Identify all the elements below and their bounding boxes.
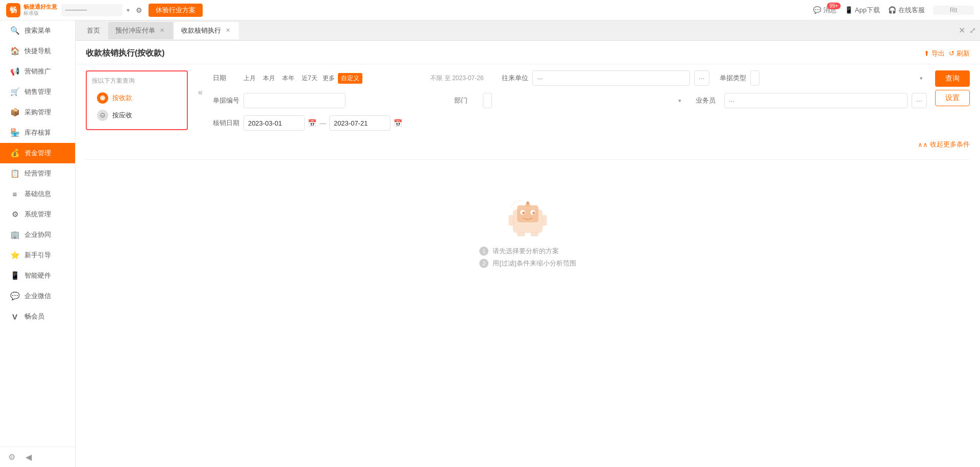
filter-option-by-receivable[interactable]: 按应收 — [92, 107, 182, 124]
verify-date-label: 核销日期 — [213, 118, 239, 128]
tab-close-prepay[interactable]: ✕ — [158, 27, 166, 34]
bill-no-input[interactable] — [243, 93, 346, 108]
refresh-btn[interactable]: ↺ 刷新 — [949, 49, 970, 58]
sidebar-collapse-btn[interactable]: « — [196, 86, 205, 99]
tab-bar-actions: ✕ ⤢ — [959, 26, 976, 35]
sidebar-item-business[interactable]: 📋 经营管理 — [0, 163, 75, 184]
last-month-btn[interactable]: 上月 — [241, 73, 258, 84]
settings-icon[interactable]: ⚙ — [136, 6, 142, 14]
headset-icon: 🎧 — [888, 6, 896, 14]
calendar-start-icon[interactable]: 📅 — [308, 119, 316, 127]
form-row-1: 日期 上月 本月 本年 近7天 更多 自定义 — [213, 70, 927, 86]
service-btn[interactable]: 🎧 在线客服 — [888, 6, 925, 15]
staff-ellipsis-btn[interactable]: ··· — [912, 93, 927, 108]
sidebar-item-member[interactable]: V 畅会员 — [0, 306, 75, 327]
sales-icon: 🛒 — [10, 87, 19, 96]
hint-item-1: 1 请先选择要分析的方案 — [479, 247, 576, 256]
empty-illustration — [502, 190, 553, 241]
this-month-btn[interactable]: 本月 — [261, 73, 277, 84]
industry-btn[interactable]: 休验行业方案 — [149, 4, 203, 17]
bill-type-field: 单据类型 — [720, 70, 927, 86]
this-year-btn[interactable]: 本年 — [280, 73, 297, 84]
purchase-icon: 📦 — [10, 108, 19, 117]
filter-area: 按以下方案查询 按收款 按应收 — [76, 64, 980, 159]
svg-point-9 — [527, 202, 529, 204]
filter-box-title: 按以下方案查询 — [92, 77, 182, 85]
sidebar-item-guide[interactable]: ⭐ 新手引导 — [0, 245, 75, 265]
export-btn[interactable]: ⬆ 导出 — [924, 49, 945, 58]
verify-date-end-input[interactable] — [329, 115, 390, 131]
counterparty-input[interactable] — [532, 70, 690, 86]
svg-rect-10 — [509, 215, 514, 226]
query-btn[interactable]: 查询 — [935, 70, 970, 87]
svg-point-6 — [522, 212, 525, 214]
bill-no-field: 单据编号 — [213, 93, 444, 108]
sidebar-bottom: ⚙ ◀ — [0, 447, 75, 467]
company-selector[interactable]: ━━━━━━ — [61, 4, 122, 16]
empty-state: 1 请先选择要分析的方案 2 用[过滤]条件来缩小分析范围 — [76, 160, 980, 299]
message-badge: 99+ — [827, 3, 841, 9]
sidebar-item-corp[interactable]: 🏢 企业协同 — [0, 225, 75, 245]
receivable-icon — [97, 110, 108, 121]
sidebar-item-finance[interactable]: 💰 资金管理 — [0, 143, 75, 163]
sidebar-item-inventory[interactable]: 🏪 库存核算 — [0, 122, 75, 143]
tab-prepay[interactable]: 预付冲应付单 ✕ — [108, 22, 173, 39]
staff-input[interactable] — [724, 93, 908, 108]
staff-field: 业务员 ··· — [696, 93, 927, 108]
top-bar-right: 💬 消息 99+ 📱 App下载 🎧 在线客服 Rit — [813, 6, 974, 15]
member-icon: V — [10, 312, 19, 321]
sidebar-settings-icon[interactable]: ⚙ — [8, 452, 15, 462]
tab-expand-icon[interactable]: ⤢ — [969, 26, 976, 35]
guide-icon: ⭐ — [10, 251, 19, 260]
verify-date-start-input[interactable] — [243, 115, 305, 131]
page-content: 收款核销执行(按收款) ⬆ 导出 ↺ 刷新 按以下方案 — [76, 41, 980, 467]
last-7-days-btn[interactable]: 近7天 — [300, 73, 320, 84]
refresh-icon: ↺ — [949, 50, 954, 57]
inventory-icon: 🏪 — [10, 128, 19, 137]
filter-sidebar: 按以下方案查询 按收款 按应收 — [86, 70, 188, 153]
collapse-more-btn[interactable]: ∧∧ 收起更多条件 — [213, 138, 970, 153]
app-download-btn[interactable]: 📱 App下载 — [845, 6, 880, 15]
system-icon: ⚙ — [10, 210, 19, 219]
home-tab[interactable]: 首页 — [80, 23, 107, 38]
sidebar-collapse-icon[interactable]: ◀ — [26, 452, 32, 462]
svg-point-7 — [532, 212, 535, 214]
sidebar-item-system[interactable]: ⚙ 系统管理 — [0, 204, 75, 225]
filter-option-by-receipt[interactable]: 按收款 — [92, 89, 182, 107]
sidebar-item-purchase[interactable]: 📦 采购管理 — [0, 102, 75, 122]
sidebar-item-wechat[interactable]: 💬 企业微信 — [0, 286, 75, 306]
user-info[interactable]: Rit — [933, 6, 974, 15]
sidebar-item-marketing[interactable]: 📢 营销推广 — [0, 61, 75, 82]
date-field: 日期 上月 本月 本年 近7天 更多 自定义 — [213, 73, 420, 84]
svg-rect-12 — [517, 232, 525, 236]
staff-label: 业务员 — [696, 96, 720, 105]
tab-close-all-icon[interactable]: ✕ — [959, 26, 965, 35]
setting-btn[interactable]: 设置 — [935, 90, 970, 106]
bill-type-label: 单据类型 — [720, 73, 746, 83]
tab-verify[interactable]: 收款核销执行 ✕ — [174, 22, 239, 39]
counterparty-field: 往来单位 ··· — [502, 70, 709, 86]
app-logo: 畅 畅捷通好生意 标准版 — [6, 3, 57, 17]
sidebar-item-quick[interactable]: 🏠 快捷导航 — [0, 41, 75, 61]
counterparty-ellipsis-btn[interactable]: ··· — [694, 70, 709, 86]
bill-type-select-wrapper — [750, 70, 927, 86]
company-name: ━━━━━━ — [65, 7, 87, 14]
more-shortcut-btn[interactable]: 更多 — [323, 74, 335, 83]
message-btn[interactable]: 💬 消息 99+ — [813, 6, 837, 15]
dept-select[interactable] — [483, 93, 492, 108]
hardware-icon: 📱 — [10, 271, 19, 280]
sidebar-item-sales[interactable]: 🛒 销售管理 — [0, 82, 75, 102]
calendar-end-icon[interactable]: 📅 — [394, 119, 402, 127]
bill-type-select[interactable] — [750, 70, 760, 86]
form-row-2: 单据编号 部门 — [213, 93, 927, 108]
export-icon: ⬆ — [924, 50, 929, 57]
sidebar-item-search[interactable]: 🔍 搜索菜单 — [0, 20, 75, 41]
home-icon: 🏠 — [10, 46, 19, 56]
custom-date-btn[interactable]: 自定义 — [338, 73, 362, 84]
finance-icon: 💰 — [10, 149, 19, 158]
tab-close-verify[interactable]: ✕ — [224, 27, 232, 34]
company-chevron-icon[interactable]: ▾ — [127, 7, 130, 14]
wechat-icon: 💬 — [10, 291, 19, 301]
sidebar-item-hardware[interactable]: 📱 智能硬件 — [0, 265, 75, 286]
sidebar-item-basic[interactable]: ≡ 基础信息 — [0, 184, 75, 204]
